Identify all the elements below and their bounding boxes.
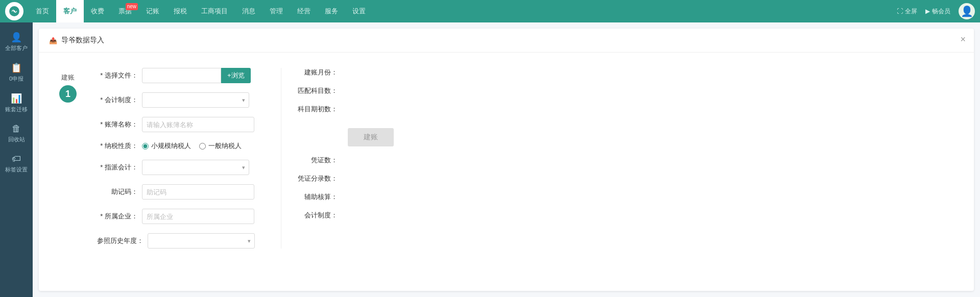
step-indicator: 建账 1	[59, 68, 77, 249]
tax-general-radio[interactable]	[199, 143, 206, 150]
voucher-count-label: 凭证数：	[292, 156, 338, 165]
affiliated-company-row: * 所属企业：	[97, 209, 271, 224]
accounting-system-row: * 会计制度：	[97, 92, 271, 108]
ref-history-row: 参照历史年度：	[97, 233, 271, 249]
accounting-system2-label: 会计制度：	[292, 211, 338, 220]
sidebar-item-tags[interactable]: 🏷 标签设置	[0, 148, 33, 179]
affiliated-company-label: * 所属企业：	[97, 212, 138, 221]
main-layout: 👤 全部客户 📋 0申报 📊 账套迁移 🗑 回收站 🏷 标签设置 📤 导爷数据导…	[0, 22, 980, 297]
dialog-title: 导爷数据导入	[61, 36, 104, 45]
auxiliary-row: 辅助核算：	[292, 192, 394, 202]
user-avatar[interactable]: 👤	[959, 3, 975, 19]
auxiliary-label: 辅助核算：	[292, 192, 338, 202]
form-col-right: 建账月份： 匹配科目数： 科目期初数： 建账 凭证数：	[292, 68, 394, 249]
new-badge: new	[126, 3, 138, 10]
sidebar-item-label: 回收站	[8, 136, 25, 143]
ledger-name-label: * 账簿名称：	[97, 120, 138, 129]
nav-services[interactable]: 服务	[318, 0, 345, 22]
form-area: 建账 1 * 选择文件： +浏览 * 会计制度：	[39, 53, 974, 264]
tax-general-label[interactable]: 一般纳税人	[199, 141, 242, 151]
fullscreen-icon: ⛶	[897, 8, 903, 15]
tax-type-radio-group: 小规模纳税人 一般纳税人	[142, 141, 242, 151]
sidebar: 👤 全部客户 📋 0申报 📊 账套迁移 🗑 回收站 🏷 标签设置	[0, 22, 33, 297]
file-input[interactable]	[142, 68, 221, 83]
nav-right: ⛶ 全屏 ▶ 畅会员 👤	[897, 3, 975, 19]
main-content: 📤 导爷数据导入 × 建账 1 * 选择文件：	[33, 22, 980, 297]
tax-type-label: * 纳税性质：	[97, 141, 138, 151]
sidebar-item-recycle[interactable]: 🗑 回收站	[0, 118, 33, 148]
dialog-header: 📤 导爷数据导入	[39, 29, 974, 53]
ref-history-label: 参照历史年度：	[97, 236, 144, 245]
browse-button[interactable]: +浏览	[221, 68, 251, 83]
member-icon: ▶	[925, 8, 930, 15]
file-label: * 选择文件：	[97, 71, 138, 80]
logo[interactable]	[5, 2, 23, 20]
sidebar-item-label: 标签设置	[5, 166, 28, 174]
ledger-name-row: * 账簿名称：	[97, 117, 271, 132]
fullscreen-button[interactable]: ⛶ 全屏	[897, 7, 917, 16]
voucher-entries-label: 凭证分录数：	[292, 174, 338, 183]
assign-accountant-wrapper	[142, 160, 249, 175]
form-col-left: * 选择文件： +浏览 * 会计制度：	[97, 68, 271, 249]
voucher-count-row: 凭证数：	[292, 156, 394, 165]
file-row: * 选择文件： +浏览	[97, 68, 271, 83]
file-input-group: +浏览	[142, 68, 251, 83]
nav-operations[interactable]: 经营	[290, 0, 318, 22]
subject-initial-label: 科目期初数：	[292, 105, 338, 114]
match-subjects-label: 匹配科目数：	[292, 86, 338, 95]
nav-items: 首页 客户 收费 票据 new 记账 报税 工商项目 消息 管理 经营 服务 设…	[29, 0, 897, 22]
build-month-label: 建账月份：	[292, 68, 338, 77]
subject-initial-row: 科目期初数：	[292, 105, 394, 114]
assign-accountant-select[interactable]	[142, 160, 249, 175]
tax-small-radio[interactable]	[142, 143, 149, 150]
build-account-button[interactable]: 建账	[348, 128, 394, 146]
tax-general-text: 一般纳税人	[208, 141, 242, 151]
tax-small-label[interactable]: 小规模纳税人	[142, 141, 191, 151]
nav-messages[interactable]: 消息	[235, 0, 262, 22]
accounting-system-label: * 会计制度：	[97, 95, 138, 105]
build-month-row: 建账月份：	[292, 68, 394, 77]
assistant-code-label: 助记码：	[97, 187, 138, 196]
affiliated-company-input[interactable]	[142, 209, 254, 224]
nav-management[interactable]: 管理	[262, 0, 290, 22]
match-subjects-row: 匹配科目数：	[292, 86, 394, 95]
assistant-code-input[interactable]	[142, 184, 254, 200]
all-customers-icon: 👤	[11, 32, 22, 43]
col-divider	[281, 68, 281, 249]
accounting-system-wrapper	[142, 92, 249, 108]
voucher-entries-row: 凭证分录数：	[292, 174, 394, 183]
nav-home[interactable]: 首页	[29, 0, 56, 22]
dialog-card: 📤 导爷数据导入 × 建账 1 * 选择文件：	[39, 29, 974, 291]
accounting-system2-row: 会计制度：	[292, 211, 394, 220]
sidebar-item-all-customers[interactable]: 👤 全部客户	[0, 27, 33, 57]
nav-billing[interactable]: 收费	[84, 0, 111, 22]
nav-invoices[interactable]: 票据 new	[111, 0, 139, 22]
ref-history-wrapper	[148, 233, 255, 249]
step-circle: 1	[59, 85, 77, 103]
member-button[interactable]: ▶ 畅会员	[925, 7, 950, 16]
assistant-code-row: 助记码：	[97, 184, 271, 200]
assign-accountant-label: * 指派会计：	[97, 163, 138, 172]
build-btn-area: 建账	[322, 128, 394, 146]
top-navigation: 首页 客户 收费 票据 new 记账 报税 工商项目 消息 管理 经营 服务 设…	[0, 0, 980, 22]
recycle-icon: 🗑	[12, 123, 21, 134]
declaration-icon: 📋	[11, 62, 22, 73]
tags-icon: 🏷	[12, 154, 21, 164]
assign-accountant-row: * 指派会计：	[97, 160, 271, 175]
dialog-close-button[interactable]: ×	[960, 35, 966, 44]
migration-icon: 📊	[11, 93, 22, 104]
nav-tax[interactable]: 报税	[166, 0, 194, 22]
sidebar-item-zero-declaration[interactable]: 📋 0申报	[0, 57, 33, 88]
tax-type-row: * 纳税性质： 小规模纳税人 一般纳税人	[97, 141, 271, 151]
sidebar-item-label: 全部客户	[5, 44, 28, 52]
nav-bookkeeping[interactable]: 记账	[139, 0, 166, 22]
nav-business[interactable]: 工商项目	[194, 0, 235, 22]
sidebar-item-label: 0申报	[9, 75, 23, 83]
import-icon: 📤	[49, 37, 57, 44]
nav-customers[interactable]: 客户	[56, 0, 84, 22]
nav-settings[interactable]: 设置	[345, 0, 373, 22]
ledger-name-input[interactable]	[142, 117, 254, 132]
ref-history-select[interactable]	[148, 233, 255, 249]
accounting-system-select[interactable]	[142, 92, 249, 108]
sidebar-item-account-migration[interactable]: 📊 账套迁移	[0, 88, 33, 118]
